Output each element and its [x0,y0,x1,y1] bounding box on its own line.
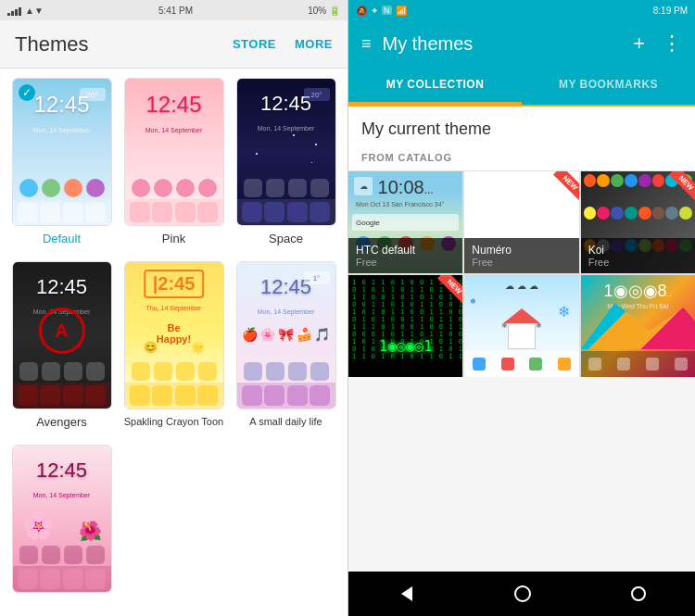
catalog-item-koi[interactable]: Koi Free [581,171,695,273]
network-label: ▲▼ [25,6,44,16]
signal-bars [7,5,21,16]
theme-label-pink: Pink [162,232,185,245]
bottom-nav [348,572,695,616]
right-time: 8:19 PM [653,6,688,16]
catalog-preview-winter: ☁ ☁ ☁ ❄ ❄ ❄ ❄ ❄ ❄ ❄ [464,275,578,377]
theme-item-space[interactable]: 12:45 Mon, 14 September 20° [234,78,338,254]
new-badge-numero [544,171,579,207]
right-header: ≡ My themes + ⋮ [348,20,695,67]
left-panel-title: Themes [15,32,88,57]
left-header-actions: STORE MORE [233,37,333,51]
bluetooth-icon: ✦ [371,6,378,16]
catalog-item-winter[interactable]: ☁ ☁ ☁ ❄ ❄ ❄ ❄ ❄ ❄ ❄ [464,275,578,377]
right-header-left: ≡ My themes [361,33,473,55]
theme-preview-flower: 12:45 Mon, 14 September 🌸 🌺 [12,445,112,593]
theme-label-avengers: Avengers [36,415,87,429]
overflow-menu-button[interactable]: ⋮ [662,31,682,56]
add-button[interactable]: + [633,31,645,56]
catalog-preview-poly: 1◉◎◉8.. Mon Wed Thu Fri Sat [581,275,695,377]
recent-apps-icon [631,586,646,601]
left-header: Themes STORE MORE [0,20,348,69]
theme-item-pink[interactable]: 12:45 Mon, 14 September [121,78,226,254]
right-content: My current theme FROM CATALOG ☁ 10:08...… [348,107,695,572]
themes-grid: 12:45 Mon, 14 September 20° [0,69,348,616]
catalog-info-numero: Numéro Free [464,238,578,273]
new-badge-matrix [427,275,462,310]
tab-bookmarks[interactable]: MY BOOKMARKS [522,67,695,105]
catalog-item-htc[interactable]: ☁ 10:08... Mon Oct 13 San Francisco 34° … [348,171,462,273]
right-status-bar: 🔕 ✦ N 📶 8:19 PM [348,0,695,20]
catalog-item-numero[interactable]: Numéro Numéro Free [464,171,578,273]
catalog-info-htc: HTC default Free [348,238,462,273]
section-subtitle: FROM CATALOG [348,146,695,170]
right-panel: 🔕 ✦ N 📶 8:19 PM ≡ My themes + ⋮ MY COLLE… [348,0,695,616]
left-panel: ▲▼ 5:41 PM 10% 🔋 Themes STORE MORE 12:45… [0,0,348,616]
home-icon [514,585,531,602]
nfc-icon: N [382,6,392,15]
catalog-grid: ☁ 10:08... Mon Oct 13 San Francisco 34° … [348,171,695,377]
wifi-icon: 📶 [396,6,407,16]
home-button[interactable] [504,575,541,612]
recent-apps-button[interactable] [620,575,657,612]
theme-item-crayon[interactable]: |2:45 Thu, 14 September BeHappy! 😊 🌟 [121,261,226,437]
left-time: 5:41 PM [158,6,193,16]
tab-collection[interactable]: MY COLLECTION [348,67,522,105]
theme-item-avengers[interactable]: 12:45 Mon, 14 September A [9,261,114,437]
right-panel-title: My themes [383,33,474,55]
theme-item-flower[interactable]: 12:45 Mon, 14 September 🌸 🌺 [9,445,114,607]
theme-label-crayon: Spakling Crayon Toon [124,415,223,428]
catalog-item-matrix[interactable]: 1 0 1 1 0 1 0 0 1 1 0 1 0 0 1 0 1 1 0 1 … [348,275,462,377]
menu-icon[interactable]: ≡ [361,34,372,54]
tabs-bar: MY COLLECTION MY BOOKMARKS [348,67,695,107]
theme-preview-daily: 12:45 Mon, 14 September 1° 🍎 🌸 🎀 🍰 🎵 [236,261,336,409]
theme-preview-pink: 12:45 Mon, 14 September [124,78,224,226]
section-title: My current theme [348,107,695,146]
theme-preview-space: 12:45 Mon, 14 September 20° [236,78,336,226]
right-header-right: + ⋮ [633,31,682,56]
back-icon [401,586,412,601]
theme-item-daily[interactable]: 12:45 Mon, 14 September 1° 🍎 🌸 🎀 🍰 🎵 [234,261,338,437]
theme-preview-avengers: 12:45 Mon, 14 September A [12,261,112,409]
more-button[interactable]: MORE [295,37,333,51]
catalog-item-poly[interactable]: 1◉◎◉8.. Mon Wed Thu Fri Sat [581,275,695,377]
theme-preview-crayon: |2:45 Thu, 14 September BeHappy! 😊 🌟 [124,261,224,409]
theme-preview-default: 12:45 Mon, 14 September 20° [12,78,112,226]
battery-status: 10% 🔋 [308,6,340,16]
theme-label-default: Default [43,232,81,245]
catalog-info-koi: Koi Free [581,238,695,273]
store-button[interactable]: STORE [233,37,276,51]
back-button[interactable] [388,575,425,612]
left-status-bar: ▲▼ 5:41 PM 10% 🔋 [0,0,348,20]
theme-label-daily: A small daily life [249,415,322,428]
theme-item-default[interactable]: 12:45 Mon, 14 September 20° [9,78,114,254]
new-badge-koi [660,171,695,207]
mute-icon: 🔕 [356,6,367,16]
theme-label-space: Space [269,232,303,245]
